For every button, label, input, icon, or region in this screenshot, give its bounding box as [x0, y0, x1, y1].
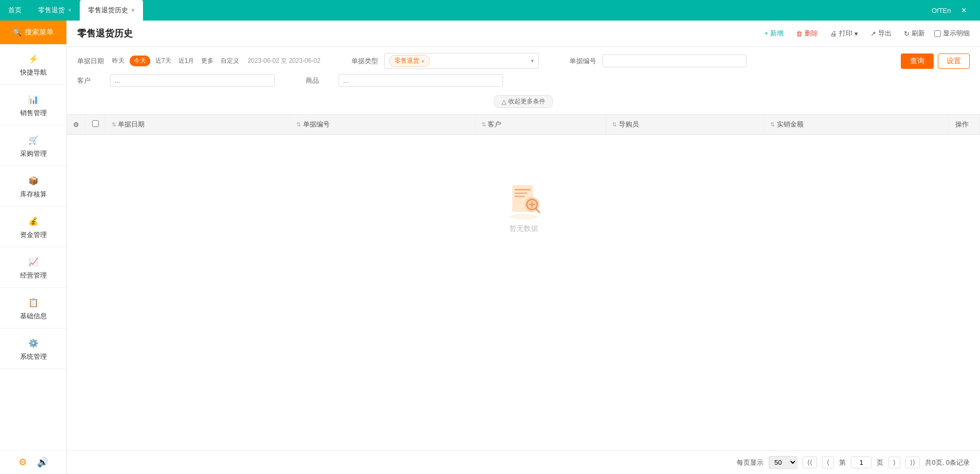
prev-page-button[interactable]: ⟨ — [822, 457, 834, 468]
top-bar: 首页零售退货×零售退货历史× OfTEn × — [0, 0, 980, 21]
sidebar-items: ⚡ 快捷导航📊 销售管理🛒 采购管理📦 库存核算💰 资金管理📈 经营管理📋 基础… — [0, 44, 66, 450]
tab-首页[interactable]: 首页 — [0, 0, 30, 21]
settings-col-icon[interactable]: ⚙ — [73, 121, 79, 129]
sidebar-item-5[interactable]: 📈 经营管理 — [0, 247, 66, 288]
page-size-label: 每页显示 — [737, 458, 763, 467]
number-filter: 单据编号 — [569, 54, 746, 67]
sidebar-item-1[interactable]: 📊 销售管理 — [0, 85, 66, 125]
tab-零售退货历史[interactable]: 零售退货历史× — [80, 0, 143, 21]
export-icon: ↗ — [870, 30, 876, 38]
volume-icon[interactable]: 🔊 — [37, 457, 48, 468]
sidebar-item-4[interactable]: 💰 资金管理 — [0, 207, 66, 247]
date-yesterday[interactable]: 昨天 — [110, 56, 127, 66]
refresh-icon: ↻ — [904, 30, 910, 38]
date-custom[interactable]: 自定义 — [219, 56, 241, 66]
print-button[interactable]: 🖨 打印 ▾ — [827, 27, 861, 40]
print-label: 打印 — [839, 29, 852, 38]
svg-point-0 — [510, 214, 538, 220]
page-number-input[interactable]: 1 — [851, 457, 871, 468]
filter-area: 单据日期 昨天 今天 近7天 近1月 更多 自定义 2023-06-02 至 2… — [67, 47, 980, 115]
sidebar-item-2[interactable]: 🛒 采购管理 — [0, 125, 66, 166]
date-filter-label: 单据日期 — [77, 57, 106, 66]
customer-filter-input[interactable] — [110, 74, 275, 87]
print-icon: 🖨 — [830, 30, 837, 38]
type-filter-select[interactable]: 零售退货 × ▾ — [384, 53, 539, 69]
sidebar-item-label-2: 采购管理 — [20, 149, 47, 158]
th-action: 操作 — [949, 115, 980, 135]
sidebar-item-6[interactable]: 📋 基础信息 — [0, 288, 66, 329]
date-1month[interactable]: 近1月 — [176, 56, 197, 66]
tab-close-icon[interactable]: × — [131, 7, 135, 14]
sidebar-item-icon-3: 📦 — [26, 173, 41, 188]
refresh-button[interactable]: ↻ 刷新 — [901, 27, 928, 40]
set-button[interactable]: 设置 — [938, 53, 970, 69]
show-detail-checkbox[interactable]: 显示明细 — [934, 29, 970, 38]
tab-close-icon[interactable]: × — [68, 7, 72, 14]
sidebar-item-0[interactable]: ⚡ 快捷导航 — [0, 44, 66, 85]
main-layout: 🔍 搜索菜单 ⚡ 快捷导航📊 销售管理🛒 采购管理📦 库存核算💰 资金管理📈 经… — [0, 21, 980, 474]
goods-filter: 商品 — [306, 74, 503, 87]
page-title-bar: 零售退货历史 + 新增 🗑 删除 🖨 打印 ▾ ↗ 导出 — [77, 27, 970, 40]
date-7days[interactable]: 近7天 — [153, 56, 173, 66]
sidebar-item-label-7: 系统管理 — [20, 352, 47, 361]
type-dropdown-arrow[interactable]: ▾ — [531, 58, 534, 64]
type-tag-close[interactable]: × — [421, 58, 424, 64]
often-label: OfTEn — [932, 7, 951, 14]
type-filter: 单据类型 零售退货 × ▾ — [351, 53, 539, 69]
select-all-checkbox[interactable] — [92, 120, 99, 127]
delete-button[interactable]: 🗑 删除 — [793, 27, 821, 40]
th-amount[interactable]: 实销金额 — [764, 115, 949, 135]
first-page-button[interactable]: ⟨⟨ — [803, 457, 817, 468]
date-more[interactable]: 更多 — [199, 56, 216, 66]
th-settings[interactable]: ⚙ — [67, 115, 86, 135]
show-detail-input[interactable] — [934, 30, 941, 37]
topbar-right: OfTEn × — [932, 5, 980, 16]
customer-filter: 客户 — [77, 74, 275, 87]
toolbar: + 新增 🗑 删除 🖨 打印 ▾ ↗ 导出 ↻ — [761, 27, 970, 40]
tab-list: 首页零售退货×零售退货历史× — [0, 0, 932, 21]
pagination-bar: 每页显示 20 50 100 ⟨⟨ ⟨ 第 1 页 ⟩ ⟩⟩ 共0页, 0条记录 — [67, 450, 980, 474]
last-page-button[interactable]: ⟩⟩ — [905, 457, 920, 468]
search-menu-button[interactable]: 🔍 搜索菜单 — [0, 21, 66, 44]
delete-label: 删除 — [805, 29, 818, 38]
sidebar-item-label-3: 库存核算 — [20, 190, 47, 199]
th-number[interactable]: 单据编号 — [290, 115, 475, 135]
settings-icon[interactable]: ⚙ — [19, 457, 27, 468]
tab-零售退货[interactable]: 零售退货× — [30, 0, 80, 21]
th-customer[interactable]: 客户 — [475, 115, 606, 135]
goods-filter-label: 商品 — [306, 76, 334, 85]
th-checkbox[interactable] — [86, 115, 105, 135]
sidebar-item-icon-1: 📊 — [26, 92, 41, 106]
sidebar-item-icon-2: 🛒 — [26, 133, 41, 147]
search-menu-label: 搜索菜单 — [25, 28, 54, 37]
collapse-button[interactable]: △ 收起更多条件 — [494, 95, 553, 108]
date-today[interactable]: 今天 — [130, 56, 150, 66]
action-buttons: 查询 设置 — [901, 53, 970, 69]
export-label: 导出 — [878, 29, 892, 38]
sidebar: 🔍 搜索菜单 ⚡ 快捷导航📊 销售管理🛒 采购管理📦 库存核算💰 资金管理📈 经… — [0, 21, 67, 474]
empty-illustration — [501, 176, 547, 224]
sidebar-item-icon-5: 📈 — [26, 254, 41, 269]
number-filter-input[interactable] — [602, 54, 746, 67]
page-size-select[interactable]: 20 50 100 — [769, 456, 797, 469]
sidebar-item-icon-7: ⚙️ — [26, 336, 41, 350]
query-button[interactable]: 查询 — [901, 53, 934, 69]
th-date[interactable]: 单据日期 — [105, 115, 290, 135]
th-guide[interactable]: 导购员 — [606, 115, 764, 135]
print-dropdown-icon: ▾ — [854, 30, 858, 38]
goods-filter-input[interactable] — [338, 74, 503, 87]
svg-rect-3 — [514, 192, 527, 194]
export-button[interactable]: ↗ 导出 — [867, 27, 895, 40]
sidebar-item-7[interactable]: ⚙️ 系统管理 — [0, 329, 66, 369]
search-icon: 🔍 — [13, 28, 22, 37]
new-button[interactable]: + 新增 — [761, 27, 787, 40]
next-page-button[interactable]: ⟩ — [888, 457, 900, 468]
sidebar-item-3[interactable]: 📦 库存核算 — [0, 166, 66, 207]
window-close-button[interactable]: × — [956, 5, 972, 16]
main-content: 零售退货历史 + 新增 🗑 删除 🖨 打印 ▾ ↗ 导出 — [67, 21, 980, 474]
sidebar-item-label-6: 基础信息 — [20, 312, 47, 321]
sidebar-bottom: ⚙ 🔊 — [0, 450, 66, 474]
collapse-icon: △ — [502, 98, 506, 105]
refresh-label: 刷新 — [912, 29, 925, 38]
date-filter: 单据日期 昨天 今天 近7天 近1月 更多 自定义 2023-06-02 至 2… — [77, 56, 320, 66]
